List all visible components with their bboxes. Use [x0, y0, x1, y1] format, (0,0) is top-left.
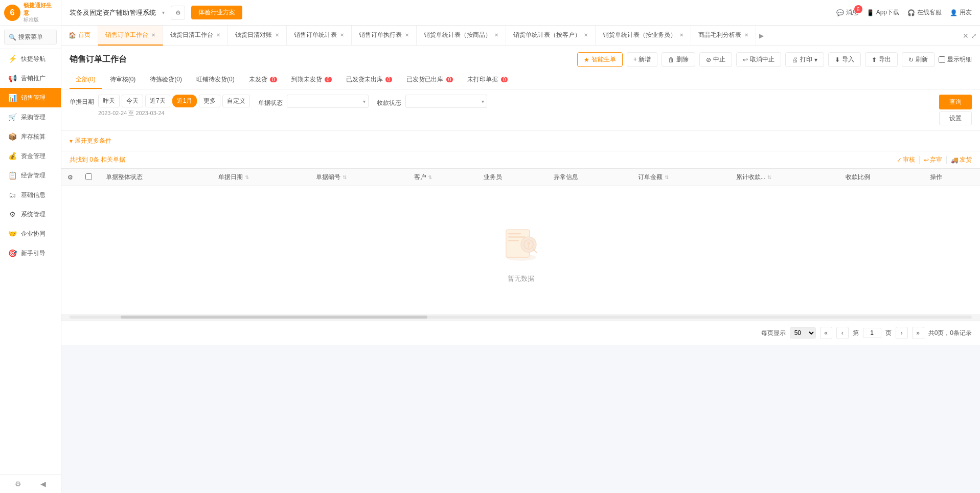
industry-btn[interactable]: 体验行业方案: [191, 6, 242, 19]
sidebar-item-sales[interactable]: 📊 销售管理: [0, 88, 61, 107]
expand-more-btn[interactable]: ▾ 展开更多条件: [70, 134, 972, 148]
online-support-btn[interactable]: 🎧 在线客服: [907, 8, 942, 17]
page-number-input[interactable]: [863, 328, 881, 338]
filter-tab-pending-review[interactable]: 待审核(0): [104, 71, 142, 89]
scrollbar-thumb[interactable]: [121, 316, 427, 319]
audit-btn[interactable]: ✓ 审核: [897, 155, 915, 164]
settings-bottom-btn[interactable]: ⚙: [15, 480, 21, 488]
smart-create-btn[interactable]: ★ 智能生单: [577, 52, 623, 67]
topbar-settings-btn[interactable]: ⚙: [171, 6, 185, 20]
tab-close-all-icon[interactable]: ✕: [963, 32, 969, 40]
prev-page-btn[interactable]: ‹: [836, 327, 849, 339]
tab-sales-workbench-close[interactable]: ✕: [151, 32, 155, 38]
tab-sales-exec-close[interactable]: ✕: [405, 32, 409, 38]
tab-sales-by-staff-close[interactable]: ✕: [679, 32, 683, 38]
sidebar-item-management[interactable]: 📋 经营管理: [0, 166, 61, 185]
status-select[interactable]: [287, 95, 369, 108]
cancel-audit-btn[interactable]: ↩ 弃审: [924, 155, 942, 164]
stop-btn[interactable]: ⊘ 中止: [699, 52, 732, 67]
home-icon: 🏠: [69, 32, 76, 39]
tab-sales-workbench[interactable]: 销售订单工作台 ✕: [98, 26, 163, 46]
filter-tab-shipped-not-out[interactable]: 已发货未出库 0: [340, 71, 399, 89]
date-more-btn[interactable]: 更多: [199, 95, 220, 107]
payment-select[interactable]: [405, 95, 487, 108]
sidebar-item-label: 库存核算: [21, 132, 45, 141]
user-btn[interactable]: 👤 用友: [950, 8, 972, 17]
tab-maximize-icon[interactable]: ⤢: [971, 32, 977, 40]
sidebar-item-quick-nav[interactable]: ⚡ 快捷导航: [0, 49, 61, 69]
first-page-btn[interactable]: «: [820, 327, 832, 339]
col-doc-date[interactable]: 单据日期 ⇅: [212, 169, 310, 186]
sidebar-item-marketing[interactable]: 📢 营销推广: [0, 69, 61, 88]
search-menu-button[interactable]: 🔍 搜索菜单: [4, 30, 57, 44]
tab-cash-reconcile-close[interactable]: ✕: [275, 32, 279, 38]
filter-tab-not-shipped[interactable]: 未发货 0: [243, 71, 283, 89]
filter-tab-overdue[interactable]: 到期未发货 0: [285, 71, 338, 89]
tab-sales-exec[interactable]: 销售订单执行表 ✕: [352, 26, 417, 46]
per-page-select[interactable]: 50 100 200: [790, 327, 816, 339]
refresh-btn[interactable]: ↻ 刷新: [902, 52, 935, 67]
support-icon: 🎧: [907, 9, 915, 16]
col-order-amount[interactable]: 订单金额 ⇅: [632, 169, 730, 186]
tab-sales-stats[interactable]: 销售订单统计表 ✕: [287, 26, 352, 46]
sidebar-item-newbie[interactable]: 🎯 新手引导: [0, 243, 61, 263]
filter-tab-wangpu[interactable]: 旺铺待发货(0): [190, 71, 241, 89]
col-cumulative-label: 累计收款...: [736, 173, 766, 181]
search-settings-btn[interactable]: 设置: [939, 111, 972, 125]
select-all-checkbox[interactable]: [85, 173, 92, 180]
sidebar-item-purchase[interactable]: 🛒 采购管理: [0, 107, 61, 127]
tab-sales-by-staff[interactable]: 销货单统计表（按业务员） ✕: [596, 26, 691, 46]
tab-cash-daily-close[interactable]: ✕: [216, 32, 220, 38]
sidebar-item-basic-info[interactable]: 🗂 基础信息: [0, 185, 61, 205]
add-btn[interactable]: + 新增: [627, 52, 657, 67]
col-doc-no[interactable]: 单据编号 ⇅: [310, 169, 407, 186]
cancel-stop-btn[interactable]: ↩ 取消中止: [736, 52, 781, 67]
show-detail-checkbox[interactable]: [939, 56, 945, 63]
tab-sales-stats-close[interactable]: ✕: [340, 32, 344, 38]
tab-profit-analysis[interactable]: 商品毛利分析表 ✕: [691, 26, 756, 46]
messages-btn[interactable]: 💬 消息 6: [836, 8, 858, 17]
sidebar-item-enterprise[interactable]: 🤝 企业协同: [0, 224, 61, 243]
next-page-btn[interactable]: ›: [896, 327, 908, 339]
tab-cash-reconcile[interactable]: 钱货日清对账 ✕: [228, 26, 287, 46]
col-cumulative[interactable]: 累计收款... ⇅: [730, 169, 839, 186]
date-7days-btn[interactable]: 近7天: [145, 95, 170, 107]
import-btn[interactable]: ⬇ 导入: [828, 52, 861, 67]
last-page-btn[interactable]: »: [912, 327, 924, 339]
print-btn[interactable]: 🖨 打印 ▾: [785, 52, 824, 67]
tab-home[interactable]: 🏠 首页: [61, 26, 98, 46]
summary-prefix: 共找到: [70, 156, 88, 163]
collapse-btn[interactable]: ◀: [40, 480, 46, 488]
filter-tab-not-printed[interactable]: 未打印单据 0: [461, 71, 514, 89]
date-yesterday-btn[interactable]: 昨天: [98, 95, 120, 107]
tab-cash-daily[interactable]: 钱货日清工作台 ✕: [163, 26, 228, 46]
date-custom-btn[interactable]: 自定义: [222, 95, 250, 107]
date-1month-btn[interactable]: 近1月: [172, 95, 197, 107]
module-dropdown-icon[interactable]: ▾: [162, 10, 165, 15]
export-btn[interactable]: ⬆ 导出: [865, 52, 898, 67]
tab-sales-by-product[interactable]: 销货单统计表（按商品） ✕: [417, 26, 506, 46]
tab-profit-analysis-close[interactable]: ✕: [744, 32, 748, 38]
tabs-overflow-btn[interactable]: ▶: [756, 32, 767, 39]
quick-nav-icon: ⚡: [8, 54, 17, 63]
sidebar-item-inventory[interactable]: 📦 库存核算: [0, 127, 61, 146]
filter-tab-shipped-out[interactable]: 已发货已出库 0: [400, 71, 459, 89]
col-customer[interactable]: 客户 ⇅: [408, 169, 477, 186]
ship-btn[interactable]: 🚚 发货: [951, 155, 972, 164]
delete-btn[interactable]: 🗑 删除: [662, 52, 695, 67]
date-today-btn[interactable]: 今天: [122, 95, 143, 107]
app-download-btn[interactable]: 📱 App下载: [867, 8, 899, 17]
sidebar-item-system[interactable]: ⚙ 系统管理: [0, 205, 61, 224]
svg-rect-4: [508, 240, 519, 241]
sidebar-item-label: 企业协同: [21, 230, 45, 238]
sidebar-item-finance[interactable]: 💰 资金管理: [0, 146, 61, 166]
bottom-scrollbar[interactable]: [61, 314, 980, 320]
tab-sales-by-customer-close[interactable]: ✕: [584, 32, 588, 38]
delete-icon: 🗑: [668, 56, 674, 63]
filter-tab-pending-pick[interactable]: 待拣验货(0): [144, 71, 188, 89]
query-btn[interactable]: 查询: [939, 95, 972, 109]
col-settings-icon[interactable]: ⚙: [67, 174, 73, 181]
filter-tab-all[interactable]: 全部(0): [70, 71, 102, 89]
tab-sales-by-customer[interactable]: 销货单统计表（按客户） ✕: [506, 26, 596, 46]
tab-sales-by-product-close[interactable]: ✕: [494, 32, 498, 38]
